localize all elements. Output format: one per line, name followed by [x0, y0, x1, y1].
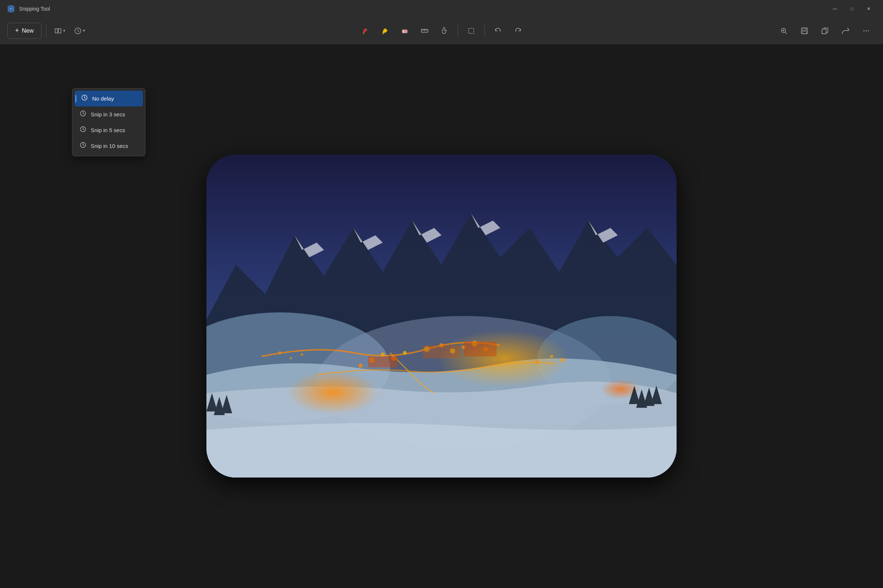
share-button[interactable] — [836, 23, 855, 39]
svg-rect-14 — [469, 28, 474, 33]
svg-line-16 — [785, 32, 787, 34]
minimize-button[interactable]: — — [826, 3, 843, 15]
redo-button[interactable] — [508, 23, 528, 39]
clock-icon-no-delay — [81, 94, 88, 103]
snip-5-label: Snip in 5 secs — [91, 127, 125, 133]
clock-icon-5 — [80, 126, 86, 134]
menu-item-snip-3[interactable]: Snip in 3 secs — [75, 106, 143, 122]
svg-rect-3 — [59, 28, 61, 33]
menu-item-snip-5[interactable]: Snip in 5 secs — [75, 122, 143, 138]
eraser-button[interactable] — [395, 23, 414, 39]
plus-icon: + — [15, 27, 19, 34]
save-button[interactable] — [795, 23, 814, 39]
menu-item-snip-10[interactable]: Snip in 10 secs — [75, 138, 143, 154]
zoom-in-button[interactable] — [774, 23, 793, 39]
svg-point-41 — [358, 363, 363, 368]
svg-point-1 — [10, 8, 12, 10]
no-delay-label: No delay — [92, 95, 114, 102]
delay-dropdown-menu: No delay Snip in 3 secs Snip in 5 secs — [72, 88, 146, 156]
mode-selector-button[interactable]: ▾ — [51, 23, 69, 39]
svg-point-36 — [515, 342, 647, 408]
separator-3 — [484, 25, 485, 37]
svg-point-29 — [868, 30, 869, 31]
svg-rect-20 — [803, 28, 806, 30]
app-icon — [6, 4, 16, 14]
svg-rect-54 — [368, 356, 397, 368]
svg-rect-56 — [463, 342, 496, 356]
highlighter-button[interactable] — [375, 23, 394, 39]
clock-icon — [74, 27, 81, 34]
delay-chevron-icon: ▾ — [83, 28, 85, 33]
toolbar: + New ▾ ▾ — [0, 18, 883, 44]
svg-point-53 — [561, 358, 565, 362]
svg-rect-55 — [423, 345, 460, 358]
more-options-button[interactable] — [857, 23, 875, 39]
snip-image — [206, 154, 677, 477]
svg-point-52 — [550, 355, 553, 358]
ruler-button[interactable] — [415, 23, 434, 39]
close-button[interactable]: ✕ — [860, 3, 877, 15]
chevron-down-icon: ▾ — [63, 28, 65, 33]
maximize-button[interactable]: □ — [843, 3, 860, 15]
svg-point-51 — [535, 360, 539, 364]
clock-icon-10 — [80, 142, 86, 150]
svg-point-49 — [290, 357, 292, 359]
selected-indicator — [75, 95, 77, 102]
window-controls: — □ ✕ — [826, 3, 877, 15]
svg-point-27 — [863, 30, 865, 31]
menu-item-no-delay[interactable]: No delay — [75, 91, 143, 106]
separator-2 — [458, 25, 458, 37]
new-button[interactable]: + New — [8, 23, 42, 39]
delay-selector-button[interactable]: ▾ — [71, 23, 89, 39]
svg-point-40 — [403, 351, 407, 354]
svg-point-48 — [278, 351, 281, 354]
title-bar: Snipping Tool — □ ✕ — [0, 0, 883, 18]
ballpoint-pen-button[interactable] — [355, 23, 375, 39]
new-label: New — [22, 27, 34, 34]
undo-button[interactable] — [489, 23, 508, 39]
touch-button[interactable] — [435, 23, 454, 39]
snip-10-label: Snip in 10 secs — [91, 143, 128, 149]
svg-point-38 — [381, 352, 385, 357]
svg-point-28 — [866, 30, 867, 31]
drawing-tools — [355, 23, 528, 39]
svg-rect-21 — [802, 31, 806, 34]
clock-icon-3 — [80, 110, 86, 118]
snip-3-label: Snip in 3 secs — [91, 111, 125, 117]
svg-rect-2 — [55, 28, 58, 33]
app-title: Snipping Tool — [19, 6, 823, 12]
main-canvas: No delay Snip in 3 secs Snip in 5 secs — [0, 44, 883, 588]
svg-rect-6 — [405, 30, 407, 33]
right-tools — [774, 23, 875, 39]
mode-icon — [54, 27, 62, 34]
separator-1 — [46, 25, 46, 37]
svg-rect-25 — [822, 29, 826, 34]
copy-button[interactable] — [815, 23, 835, 39]
crop-button[interactable] — [462, 23, 481, 39]
svg-point-50 — [301, 353, 303, 356]
